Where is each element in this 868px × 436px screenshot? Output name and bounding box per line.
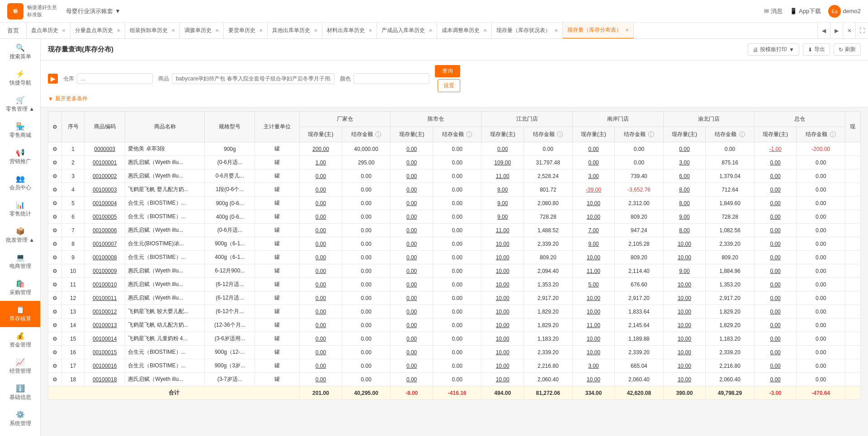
tab-item-2[interactable]: 分量盘点单历史✕	[71, 23, 125, 39]
spec-col-header: 规格型号	[205, 112, 255, 142]
row-no: 4	[62, 183, 85, 197]
sidebar-item-库存核算[interactable]: 📋库存核算	[0, 301, 40, 327]
tab-expand-btn[interactable]: ⛶	[855, 23, 868, 39]
tab-item-11[interactable]: 现存量（库存分布表）✕	[563, 23, 634, 39]
row-t-amount: 0.00	[797, 319, 845, 332]
table-row: ⚙ 3 00100002 惠氏启赋（Wyeth illu... 0-6月婴儿..…	[48, 169, 861, 183]
goods-input[interactable]	[172, 73, 335, 84]
nav-selector[interactable]: 母婴行业演示账套 ▼	[66, 7, 121, 15]
sidebar-item-营销推广[interactable]: 📢营销推广	[0, 144, 40, 170]
setting-btn[interactable]: 设置	[438, 79, 460, 92]
row-gear[interactable]: ⚙	[48, 237, 62, 251]
sidebar-item-会员中心[interactable]: 👥会员中心	[0, 170, 40, 196]
row-cs-stock: 0.00	[391, 291, 433, 305]
row-na-amount: 2,114.40	[615, 264, 664, 278]
sidebar-item-基础信息[interactable]: ℹ️基础信息	[0, 380, 40, 406]
tab-next-btn[interactable]: ▶	[830, 23, 843, 39]
app-download-btn[interactable]: 📱 App下载	[790, 7, 821, 15]
row-code: 00100007	[85, 237, 125, 251]
page-actions: 🖨 按模板打印 ▼ ⬇ 导出 ↻ 刷新	[748, 43, 861, 60]
tab-close-all-btn[interactable]: ✕	[843, 23, 855, 39]
row-t-amount: 0.00	[797, 183, 845, 197]
tab-item-5[interactable]: 要货单历史✕	[224, 23, 268, 39]
tab-item-1[interactable]: 盘点单历史✕	[27, 23, 71, 39]
row-jb-stock: 10.00	[481, 319, 524, 332]
warehouse-filter: 仓库	[63, 73, 153, 84]
row-gear[interactable]: ⚙	[48, 169, 62, 183]
chenshi-group-header: 陈市仓	[391, 112, 481, 127]
sidebar-item-企业协同[interactable]: 🤝企业协同	[0, 432, 40, 436]
row-unit: 罐	[255, 142, 300, 156]
color-input[interactable]	[354, 73, 429, 84]
sidebar-item-采购管理[interactable]: 🛍️采购管理	[0, 275, 40, 301]
sidebar-icon-8: 💻	[0, 253, 40, 262]
sidebar-item-电商管理[interactable]: 💻电商管理	[0, 248, 40, 275]
warehouse-input[interactable]	[77, 73, 153, 84]
tab-prev-btn[interactable]: ◀	[817, 23, 830, 39]
tab-item-7[interactable]: 材料出库单历史✕	[322, 23, 377, 39]
row-cs-amount: 0.00	[433, 197, 481, 210]
search-btn[interactable]: 查询	[435, 65, 460, 77]
sidebar-item-快捷导航[interactable]: ⚡快捷导航	[0, 65, 40, 91]
row-yb-amount: 1,849.60	[706, 197, 755, 210]
row-na-amount: 2,917.20	[615, 291, 664, 305]
row-no: 9	[62, 251, 85, 264]
row-gear[interactable]: ⚙	[48, 291, 62, 305]
row-gear[interactable]: ⚙	[48, 251, 62, 264]
row-cs-amount: 0.00	[433, 210, 481, 224]
tab-item-10[interactable]: 现存量（库存状况表）✕	[492, 23, 563, 39]
row-spec: (6-12个月...	[205, 305, 255, 319]
row-cs-amount: 0.00	[433, 291, 481, 305]
row-na-amount: 947.24	[615, 224, 664, 237]
tab-item-8[interactable]: 产成品入库单历史✕	[377, 23, 437, 39]
row-gear[interactable]: ⚙	[48, 373, 62, 386]
refresh-btn[interactable]: ↻ 刷新	[834, 43, 861, 56]
row-gear[interactable]: ⚙	[48, 210, 62, 224]
tab-item-3[interactable]: 组装拆卸单历史✕	[125, 23, 180, 39]
row-gear[interactable]: ⚙	[48, 359, 62, 373]
row-jb-amount: 2,216.80	[524, 359, 572, 373]
page-title: 现存量查询(库存分布)	[48, 45, 113, 58]
sidebar-item-系统管理[interactable]: ⚙️系统管理	[0, 406, 40, 432]
row-code: 0000003	[85, 142, 125, 156]
tab-item-4[interactable]: 调拨单历史✕	[180, 23, 224, 39]
row-cs-amount: 0.00	[433, 183, 481, 197]
row-gear[interactable]: ⚙	[48, 197, 62, 210]
sidebar-item-零售统计[interactable]: 📊零售统计	[0, 196, 40, 222]
expand-filter-btn[interactable]: ▼ 展开更多条件	[48, 95, 861, 103]
code-col-header: 商品编码	[85, 112, 125, 142]
row-gear[interactable]: ⚙	[48, 278, 62, 291]
gear-col-header[interactable]: ⚙	[48, 112, 62, 142]
sidebar-item-资金管理[interactable]: 💰资金管理	[0, 327, 40, 353]
sidebar-item-搜索英单[interactable]: 🔍搜索英单	[0, 39, 40, 65]
tab-item-6[interactable]: 其他出库单历史✕	[268, 23, 322, 39]
row-na-amount: 1,189.88	[615, 332, 664, 346]
row-gear[interactable]: ⚙	[48, 346, 62, 359]
row-gear[interactable]: ⚙	[48, 264, 62, 278]
row-spec: (12-36个月...	[205, 319, 255, 332]
sidebar-item-经营管理[interactable]: 📈经营管理	[0, 353, 40, 380]
row-gear[interactable]: ⚙	[48, 319, 62, 332]
total-cs-stock: -8.00	[391, 386, 433, 400]
row-jb-stock: 9.00	[481, 210, 524, 224]
print-btn[interactable]: 🖨 按模板打印 ▼	[748, 43, 799, 56]
row-na-amount: 809.20	[615, 210, 664, 224]
sidebar-item-零售商城[interactable]: 🏪零售商城	[0, 117, 40, 144]
sidebar-item-批发管理[interactable]: 📦批发管理 ▲	[0, 222, 40, 248]
export-btn[interactable]: ⬇ 导出	[803, 43, 830, 56]
sidebar-icon-0: 🔍	[0, 43, 40, 52]
row-gear[interactable]: ⚙	[48, 224, 62, 237]
row-gear[interactable]: ⚙	[48, 305, 62, 319]
table-area[interactable]: ⚙ 序号 商品编码 商品名称 规格型号 主计量单位 厂家仓 陈市仓 江北门店 南…	[41, 108, 868, 436]
filter-toggle-btn[interactable]: ▶	[48, 74, 58, 84]
message-btn[interactable]: ✉ 消息	[764, 7, 783, 15]
sidebar-item-零售管理[interactable]: 🛒零售管理 ▲	[0, 91, 40, 117]
row-gear[interactable]: ⚙	[48, 142, 62, 156]
row-gear[interactable]: ⚙	[48, 332, 62, 346]
row-gear[interactable]: ⚙	[48, 183, 62, 197]
tab-item-9[interactable]: 成本调整单历史✕	[437, 23, 492, 39]
user-avatar[interactable]: Ea demo2	[828, 5, 861, 18]
row-name: 合生元（BIOSTIME）...	[125, 251, 205, 264]
row-gear[interactable]: ⚙	[48, 156, 62, 169]
tab-home[interactable]: 首页	[0, 23, 27, 38]
